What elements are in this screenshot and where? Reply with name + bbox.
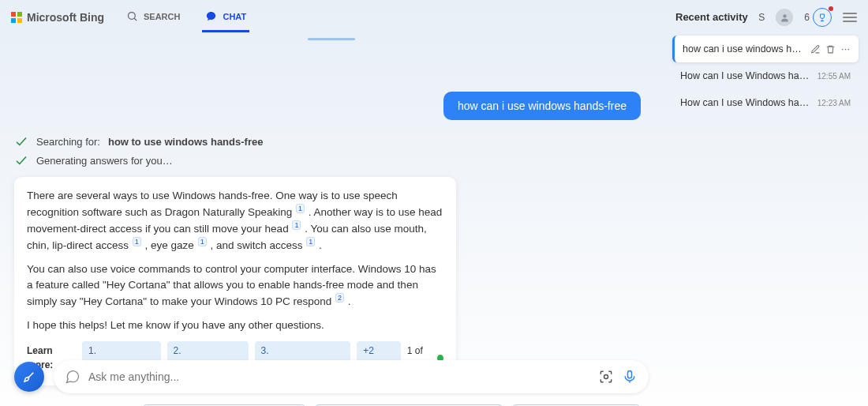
recent-item[interactable]: How can I use Windows hands-free 12:23 A… (672, 89, 859, 116)
tab-search[interactable]: SEARCH (123, 2, 183, 32)
citation-link[interactable]: 1 (198, 237, 207, 246)
recent-activity-title: Recent activity (675, 11, 859, 23)
citation-link[interactable]: 1 (292, 220, 301, 230)
more-icon[interactable] (840, 44, 851, 55)
status-searching: Searching for: how to use windows hands-… (14, 134, 649, 148)
recent-item-time: 12:55 AM (817, 72, 851, 81)
tab-chat[interactable]: CHAT (202, 2, 249, 32)
check-icon (14, 153, 28, 167)
check-icon (14, 134, 28, 148)
svg-point-6 (842, 48, 844, 50)
svg-point-8 (847, 48, 849, 50)
microphone-icon[interactable] (622, 369, 638, 385)
status-generating: Generating answers for you… (14, 153, 649, 167)
brand-text: Microsoft Bing (27, 11, 104, 24)
search-icon (126, 10, 138, 22)
svg-rect-5 (628, 371, 632, 378)
brand-logo[interactable]: Microsoft Bing (11, 11, 104, 24)
recent-item[interactable]: How can I use Windows hands-free 12:55 A… (672, 62, 859, 89)
recent-item-label: How can I use Windows hands-free (680, 70, 813, 81)
recent-item-label: how can i use windows hands-free (683, 43, 806, 55)
citation-link[interactable]: 1 (306, 237, 315, 246)
user-message-bubble: how can i use windows hands-free (443, 92, 641, 120)
tab-chat-label: CHAT (223, 12, 246, 21)
chat-area: how can i use windows hands-free Searchi… (0, 35, 663, 406)
broom-icon (22, 370, 36, 384)
chat-input-icon (65, 369, 80, 385)
composer-row (14, 360, 649, 393)
new-topic-button[interactable] (14, 362, 44, 392)
composer (54, 360, 649, 393)
citation-link[interactable]: 2 (335, 293, 344, 303)
answer-paragraph-2: You can also use voice commands to contr… (27, 261, 443, 310)
status-generating-text: Generating answers for you… (36, 155, 173, 167)
citation-link[interactable]: 1 (296, 204, 305, 213)
recent-item[interactable]: how can i use windows hands-free (672, 36, 859, 62)
svg-point-0 (129, 13, 136, 20)
composer-input[interactable] (88, 370, 590, 383)
answer-card: There are several ways to use Windows ha… (14, 177, 456, 385)
top-indicator (308, 38, 355, 40)
tab-search-label: SEARCH (144, 12, 180, 21)
svg-line-1 (134, 18, 137, 21)
status-searching-prefix: Searching for: (36, 136, 100, 148)
recent-item-label: How can I use Windows hands-free (680, 97, 813, 108)
header-tabs: SEARCH CHAT (123, 2, 249, 32)
status-searching-query: how to use windows hands-free (108, 136, 263, 148)
microsoft-logo-icon (11, 12, 22, 23)
recent-item-time: 12:23 AM (817, 99, 851, 107)
chat-icon (205, 10, 217, 22)
trash-icon[interactable] (825, 44, 836, 55)
recent-activity-panel: Recent activity how can i use windows ha… (663, 0, 868, 406)
answer-paragraph-3: I hope this helps! Let me know if you ha… (27, 318, 443, 333)
user-message-row: how can i use windows hands-free (14, 92, 641, 120)
visual-search-icon[interactable] (598, 369, 614, 385)
svg-point-7 (845, 48, 847, 50)
citation-link[interactable]: 1 (133, 237, 141, 246)
svg-point-4 (604, 375, 608, 379)
edit-icon[interactable] (810, 44, 821, 55)
answer-paragraph-1: There are several ways to use Windows ha… (27, 188, 443, 254)
